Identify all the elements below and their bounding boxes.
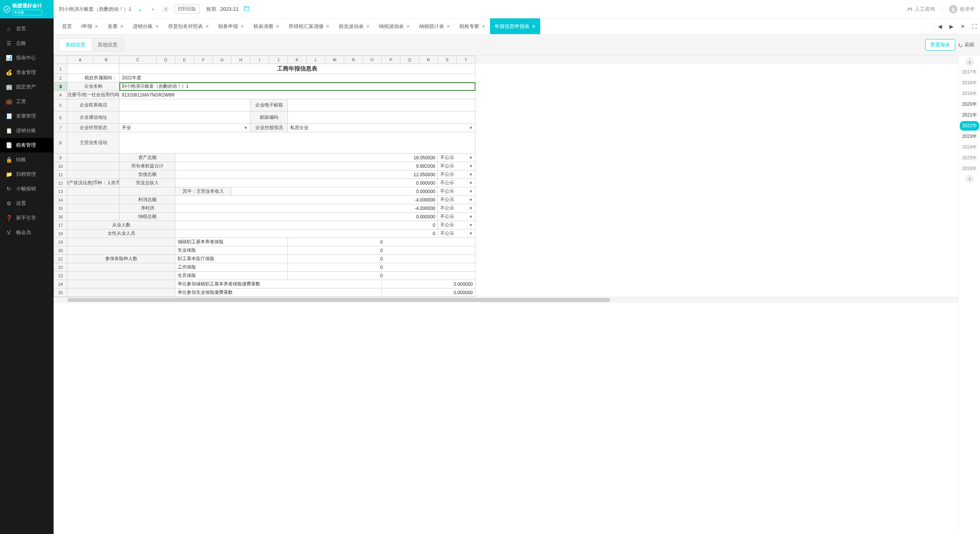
tab-close-all-button[interactable]: ✕: [957, 23, 969, 29]
tab-prev-button[interactable]: ◀: [934, 23, 946, 29]
year-2018年[interactable]: 2018年: [960, 78, 979, 88]
nav-item-11[interactable]: ↻小畅报销: [0, 182, 54, 196]
colhead-Q[interactable]: Q: [400, 56, 419, 64]
calendar-icon[interactable]: [244, 6, 249, 12]
horizontal-scrollbar[interactable]: [54, 297, 959, 303]
rowhead-15[interactable]: 15: [54, 204, 67, 213]
tab-12[interactable]: 年报信息申报表✕: [490, 18, 540, 34]
tab-1[interactable]: i申报✕: [77, 18, 103, 34]
tab-0[interactable]: 首页: [57, 18, 77, 34]
account-dropdown-icon[interactable]: ⌄: [135, 5, 144, 14]
r17-pub[interactable]: 不公示▼: [438, 221, 475, 229]
rowhead-24[interactable]: 24: [54, 280, 67, 288]
rowhead-25[interactable]: 25: [54, 288, 67, 297]
asset-r13-pub[interactable]: 不公示▼: [438, 187, 475, 196]
insurance-r22-value[interactable]: 0: [288, 263, 475, 272]
r17-value[interactable]: 0: [175, 221, 438, 229]
year-2025年[interactable]: 2025年: [960, 153, 979, 163]
tab-5[interactable]: 税务申报✕: [214, 18, 249, 34]
r7-dd2[interactable]: ▼: [469, 126, 473, 130]
year-2023年[interactable]: 2023年: [960, 132, 979, 141]
nav-item-0[interactable]: ⌂首页: [0, 21, 54, 36]
r6-val2[interactable]: [288, 111, 475, 124]
insurance-r19-value[interactable]: 0: [288, 238, 475, 246]
tab-close-9[interactable]: ✕: [406, 24, 410, 29]
rowhead-17[interactable]: 17: [54, 221, 67, 229]
asset-r14-dd[interactable]: ▼: [469, 198, 473, 202]
r3-value[interactable]: 刘小艳演示账套（勿删勿动！）1: [119, 82, 475, 91]
asset-r10-pub[interactable]: 不公示▼: [438, 162, 475, 170]
refresh-button[interactable]: 刷新: [958, 41, 975, 48]
colhead-F[interactable]: F: [194, 56, 213, 64]
asset-r15-pub[interactable]: 不公示▼: [438, 204, 475, 213]
r6-val1[interactable]: [119, 111, 250, 124]
rowhead-8[interactable]: 8: [54, 132, 67, 154]
year-2017年[interactable]: 2017年: [960, 67, 979, 77]
colhead-O[interactable]: O: [363, 56, 382, 64]
colhead-M[interactable]: M: [325, 56, 344, 64]
year-2026年[interactable]: 2026年: [960, 164, 979, 174]
asset-r11-dd[interactable]: ▼: [469, 172, 473, 177]
r7-dd1[interactable]: ▼: [244, 126, 248, 130]
scrollbar-thumb[interactable]: [67, 298, 610, 302]
nav-item-4[interactable]: 🏢固定资产: [0, 80, 54, 94]
colhead-K[interactable]: K: [288, 56, 307, 64]
nav-item-3[interactable]: 💰资金管理: [0, 65, 54, 80]
rowhead-19[interactable]: 19: [54, 238, 67, 246]
asset-r16-value[interactable]: 0.000000: [175, 213, 438, 221]
nav-item-7[interactable]: 📋进销台账: [0, 123, 54, 138]
tab-7[interactable]: 所得税汇算清缴✕: [284, 18, 334, 34]
r18-value[interactable]: 0: [175, 229, 438, 238]
rowhead-18[interactable]: 18: [54, 229, 67, 238]
rowhead-22[interactable]: 22: [54, 263, 67, 272]
nav-item-6[interactable]: 🧾发票管理: [0, 109, 54, 123]
tab-close-5[interactable]: ✕: [240, 24, 244, 29]
settings-gear-icon[interactable]: [161, 5, 170, 14]
tab-9[interactable]: 纳税波动表✕: [374, 18, 415, 34]
tab-close-6[interactable]: ✕: [276, 24, 279, 29]
asset-r11-pub[interactable]: 不公示▼: [438, 170, 475, 179]
r18-dd[interactable]: ▼: [469, 231, 473, 236]
r2-value[interactable]: 2022年度: [119, 74, 475, 82]
user-menu[interactable]: 徐泽华: [949, 5, 975, 13]
nav-item-12[interactable]: ⚙设置: [0, 196, 54, 211]
tab-close-1[interactable]: ✕: [95, 24, 98, 29]
rowhead-4[interactable]: 4: [54, 91, 67, 99]
r25-value[interactable]: 0.000000: [382, 288, 475, 297]
rowhead-14[interactable]: 14: [54, 196, 67, 204]
colhead-C[interactable]: C: [119, 56, 157, 64]
tab-2[interactable]: 发票✕: [103, 18, 128, 34]
insurance-r23-value[interactable]: 0: [288, 272, 475, 280]
nav-item-10[interactable]: 📁归档管理: [0, 167, 54, 182]
tab-close-3[interactable]: ✕: [155, 24, 159, 29]
asset-r12-value[interactable]: 0.000000: [175, 179, 438, 187]
year-2020年[interactable]: 2020年: [960, 100, 979, 109]
nav-item-14[interactable]: V畅会员: [0, 225, 54, 240]
tab-8[interactable]: 税负波动表✕: [334, 18, 374, 34]
asset-r16-pub[interactable]: 不公示▼: [438, 213, 475, 221]
asset-r12-dd[interactable]: ▼: [469, 181, 473, 185]
asset-r14-pub[interactable]: 不公示▼: [438, 196, 475, 204]
tab-close-11[interactable]: ✕: [482, 24, 485, 29]
rowhead-9[interactable]: 9: [54, 154, 67, 162]
subtab-other[interactable]: 其他信息: [91, 39, 124, 51]
nav-item-8[interactable]: 📑税务管理: [0, 138, 54, 152]
support-link[interactable]: 人工咨询: [907, 6, 935, 13]
rowhead-5[interactable]: 5: [54, 99, 67, 111]
asset-r10-dd[interactable]: ▼: [469, 164, 473, 168]
colhead-G[interactable]: G: [213, 56, 232, 64]
r24-value[interactable]: 0.000000: [382, 280, 475, 288]
rowhead-7[interactable]: 7: [54, 124, 67, 132]
colhead-R[interactable]: R: [419, 56, 438, 64]
tab-close-10[interactable]: ✕: [446, 24, 450, 29]
switch-old-version-button[interactable]: 切到旧版: [174, 4, 199, 14]
asset-r14-value[interactable]: -4.000000: [175, 196, 438, 204]
colhead-D[interactable]: D: [157, 56, 175, 64]
asset-r10-value[interactable]: 9.992000: [175, 162, 438, 170]
asset-r9-dd[interactable]: ▼: [469, 156, 473, 160]
tab-close-8[interactable]: ✕: [366, 24, 370, 29]
asset-r12-pub[interactable]: 不公示▼: [438, 179, 475, 187]
year-2019年[interactable]: 2019年: [960, 89, 979, 98]
reset-report-button[interactable]: 重置报表: [925, 39, 955, 51]
tab-4[interactable]: 存货别名对照表✕: [163, 18, 214, 34]
